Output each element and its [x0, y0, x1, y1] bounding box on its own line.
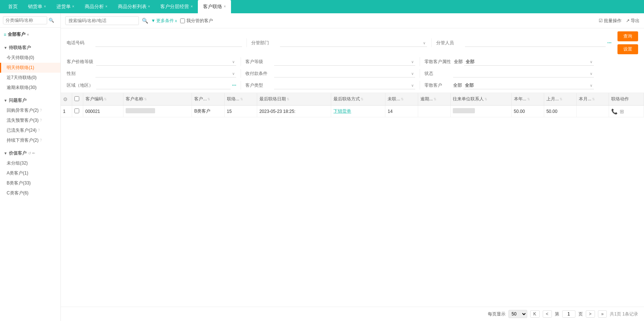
row-select-checkbox-1[interactable]	[74, 108, 79, 113]
sort-contact-person-icon[interactable]: ⇅	[484, 97, 487, 101]
row-no-contact-1: 14	[385, 106, 418, 117]
sidebar-problem-title[interactable]: ▼ 问题客户	[0, 96, 60, 106]
nav-close-product-analysis[interactable]: ×	[105, 0, 108, 13]
sidebar-search-icon[interactable]: 🔍	[49, 18, 54, 23]
filter-region: 区域（地区） ···	[67, 82, 236, 89]
reset-button[interactable]: 设置	[617, 44, 638, 54]
sidebar-search-input[interactable]	[3, 16, 47, 24]
nav-close-product-analysis-list[interactable]: ×	[148, 0, 150, 13]
sidebar-item-declining[interactable]: 持续下滑客户(2) ?	[0, 135, 60, 145]
export-btn[interactable]: ↗ 导出	[626, 18, 640, 24]
sidebar-item-overdue-contact[interactable]: 逾期未联络(30)	[0, 83, 60, 93]
per-page-select[interactable]: 50 100 200	[508, 310, 527, 318]
sidebar-pending-contact-title[interactable]: ▼ 待联络客户	[0, 43, 60, 53]
region-more-btn[interactable]: ···	[232, 82, 237, 88]
price-grade-select[interactable]	[96, 58, 236, 66]
export-icon: ↗	[626, 18, 630, 23]
nav-close-customer-stratification[interactable]: ×	[190, 0, 193, 13]
nav-customer-contact[interactable]: 客户联络 ×	[198, 0, 231, 13]
customer-grade-select[interactable]	[274, 58, 415, 66]
my-customers-checkbox-label[interactable]: 我分管的客户	[180, 18, 213, 24]
row-contact-person-masked	[453, 108, 475, 113]
dept-select[interactable]	[280, 39, 427, 47]
sidebar-item-repurchase-abnormal[interactable]: 回购异常客户(2) ?	[0, 106, 60, 115]
region-input[interactable]	[96, 82, 231, 89]
sort-code-icon[interactable]: ⇅	[104, 97, 107, 101]
sidebar-search-area: 🔍	[0, 13, 60, 28]
sort-last-date-icon[interactable]: ⇅	[287, 97, 290, 101]
page-number-input[interactable]	[562, 310, 575, 318]
row-action-grid-icon[interactable]: ⊞	[620, 108, 624, 114]
sidebar-item-today-contact[interactable]: 今天待联络(0)	[0, 53, 60, 63]
batch-checkbox-icon: ☑	[599, 18, 603, 23]
last-page-btn[interactable]: »	[598, 310, 607, 318]
last-contact-method-link[interactable]: 下销货单	[333, 108, 351, 114]
th-last-month: 上月... ⇅	[544, 93, 576, 106]
sidebar-all-customers-title[interactable]: ≡ 全部客户 «	[0, 29, 60, 40]
search-input[interactable]	[65, 16, 139, 25]
customer-type-select[interactable]	[274, 82, 415, 89]
person-more-btn[interactable]: ···	[607, 40, 612, 46]
status-select[interactable]	[453, 70, 594, 77]
filter-more-btn[interactable]: ▼ 更多条件 ∧	[151, 18, 177, 24]
nav-purchase-order[interactable]: 进货单 ×	[51, 0, 80, 13]
filter-person: 分管人员 ···	[436, 39, 612, 47]
sort-year-icon[interactable]: ⇅	[527, 97, 530, 101]
header-row: ⚙ 客户编码 ⇅ 客户名称	[61, 93, 644, 106]
nav-customer-stratification[interactable]: 客户分层经营 ×	[155, 0, 198, 13]
sort-category-icon[interactable]: ⇅	[207, 97, 210, 101]
filter-retail: 零散客户 全部 全部	[424, 82, 594, 89]
sort-name-icon[interactable]: ⇅	[144, 97, 147, 101]
sort-no-contact-icon[interactable]: ⇅	[401, 97, 404, 101]
nav-close-sales-order[interactable]: ×	[44, 0, 46, 13]
nav-close-purchase-order[interactable]: ×	[72, 0, 74, 13]
sort-contact-count-icon[interactable]: ⇅	[240, 97, 243, 101]
sidebar-item-churn-warning[interactable]: 流失预警客户(3) ?	[0, 115, 60, 125]
th-this-month: 本月... ⇅	[577, 93, 609, 106]
my-customers-checkbox[interactable]	[180, 18, 185, 23]
sidebar-item-class-c[interactable]: C类客户(6)	[0, 188, 60, 198]
row-last-month-1: 50.00	[544, 106, 576, 117]
sort-overdue-icon[interactable]: ⇅	[434, 97, 437, 101]
sidebar-item-tomorrow-contact[interactable]: 明天待联络(1)	[0, 63, 60, 73]
gear-settings-icon[interactable]: ⚙	[63, 96, 68, 102]
select-all-checkbox[interactable]	[74, 96, 79, 101]
filter-panel: 电话号码 分管部门 分管人员 ··· 查询	[61, 28, 644, 93]
retail-select[interactable]: 全部	[463, 82, 594, 89]
row-name-1	[123, 106, 192, 117]
nav-close-customer-contact[interactable]: ×	[224, 0, 226, 13]
top-navigation: 首页 销货单 × 进货单 × 商品分析 × 商品分析列表 × 客户分层经营 × …	[0, 0, 644, 13]
sidebar-item-ungrouped[interactable]: 未分组(32)	[0, 158, 60, 168]
first-page-btn[interactable]: K	[530, 310, 540, 318]
nav-product-analysis[interactable]: 商品分析 ×	[80, 0, 113, 13]
batch-ops-btn[interactable]: ☑ 批量操作	[599, 18, 622, 24]
nav-sales-order[interactable]: 销货单 ×	[23, 0, 51, 13]
th-no-contact-days: 未联... ⇅	[385, 93, 418, 106]
filter-row-3: 性别 收付款条件 状态	[67, 69, 638, 78]
person-input[interactable]	[465, 39, 606, 47]
nav-product-analysis-list[interactable]: 商品分析列表 ×	[113, 0, 155, 13]
filter-btn-col: 查询 设置	[612, 31, 638, 54]
th-contact-count: 联络... ⇅	[224, 93, 257, 106]
sidebar-item-churned[interactable]: 已流失客户(24) ?	[0, 125, 60, 135]
row-action-phone-icon[interactable]: 📞	[611, 108, 617, 114]
sidebar-item-class-b[interactable]: B类客户(33)	[0, 178, 60, 188]
sort-last-month-icon[interactable]: ⇅	[560, 97, 563, 101]
sort-method-icon[interactable]: ⇅	[361, 97, 364, 101]
sort-this-month-icon[interactable]: ⇅	[592, 97, 595, 101]
sidebar-item-7days-contact[interactable]: 近7天待联络(0)	[0, 73, 60, 83]
th-contact-person: 往来单位联系人 ⇅	[450, 93, 511, 106]
payment-select[interactable]	[274, 70, 415, 77]
gender-select[interactable]	[95, 70, 236, 77]
retail-attr-select[interactable]: 全部	[464, 58, 594, 66]
phone-input[interactable]	[95, 39, 242, 47]
table-header: ⚙ 客户编码 ⇅ 客户名称	[61, 93, 644, 106]
filter-divider-6	[420, 69, 420, 78]
nav-home[interactable]: 首页	[3, 0, 23, 13]
sidebar-value-title[interactable]: ▼ 价值客户 ↺ ✏	[0, 148, 60, 158]
next-page-btn[interactable]: >	[586, 310, 595, 318]
search-icon[interactable]: 🔍	[142, 18, 148, 24]
query-button[interactable]: 查询	[617, 31, 638, 41]
prev-page-btn[interactable]: <	[543, 310, 552, 318]
sidebar-item-class-a[interactable]: A类客户(1)	[0, 168, 60, 178]
